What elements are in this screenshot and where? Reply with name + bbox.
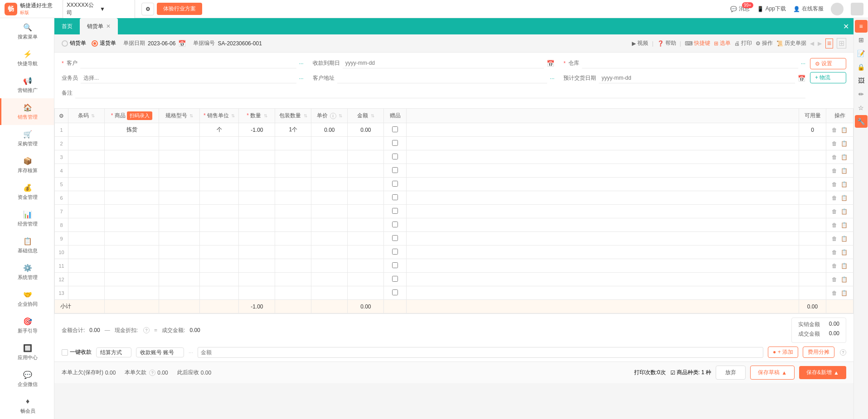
print-btn[interactable]: 🖨 打印 [734, 39, 752, 47]
user-menu[interactable] [851, 3, 863, 15]
logistics-btn[interactable]: + 物流 [810, 72, 846, 83]
gift-checkbox[interactable] [392, 181, 398, 187]
radio-return-bill[interactable]: 退货单 [92, 39, 116, 47]
row-gift-cell[interactable] [384, 205, 407, 218]
col-settings[interactable]: ⚙ [55, 109, 68, 123]
row-gift-cell[interactable] [384, 178, 407, 191]
row-unit-cell[interactable]: 个 [200, 123, 239, 137]
delete-icon[interactable]: 🗑 [832, 154, 837, 160]
right-tool-grid[interactable]: ⊞ [855, 34, 868, 46]
row-price-cell[interactable] [311, 286, 348, 300]
row-barcode-cell[interactable] [68, 286, 105, 300]
row-barcode-cell[interactable] [68, 178, 105, 191]
amount-sort-icon[interactable]: ⇅ [371, 113, 374, 118]
save-draft-btn[interactable]: 保存草稿 ▲ [750, 366, 795, 380]
row-barcode-cell[interactable] [68, 205, 105, 218]
view-toggle-grid[interactable]: ⊞ [837, 38, 846, 48]
row-unit-cell[interactable] [200, 205, 239, 218]
row-qty-cell[interactable] [239, 150, 275, 164]
gift-checkbox[interactable] [392, 249, 398, 255]
row-barcode-cell[interactable] [68, 259, 105, 273]
payment-amount-input[interactable] [198, 347, 763, 358]
delete-icon[interactable]: 🗑 [832, 276, 837, 283]
online-support-btn[interactable]: 👤 在线客服 [793, 5, 824, 13]
delete-icon[interactable]: 🗑 [832, 290, 837, 296]
row-amount-cell[interactable] [348, 232, 384, 246]
row-qty-cell[interactable] [239, 246, 275, 259]
row-spec-cell[interactable] [159, 246, 200, 259]
delete-icon[interactable]: 🗑 [832, 195, 837, 201]
row-barcode-cell[interactable] [68, 273, 105, 286]
fee-split-btn[interactable]: 费用分摊 [803, 347, 834, 358]
right-tool-star[interactable]: ☆ [855, 101, 868, 114]
pack-sort-icon[interactable]: ⇅ [304, 113, 307, 118]
row-goods-cell[interactable] [105, 164, 159, 178]
copy-icon[interactable]: 📋 [841, 168, 848, 174]
warehouse-input[interactable]: 建材仓 [582, 58, 798, 68]
row-pack-cell[interactable] [275, 150, 311, 164]
row-gift-cell[interactable] [384, 259, 407, 273]
row-pack-cell[interactable] [275, 137, 311, 150]
delivery-date-input[interactable] [599, 73, 795, 83]
row-price-cell[interactable] [311, 150, 348, 164]
copy-icon[interactable]: 📋 [841, 222, 848, 228]
gift-checkbox[interactable] [392, 289, 398, 295]
copy-icon[interactable]: 📋 [841, 127, 848, 133]
row-qty-cell[interactable] [239, 259, 275, 273]
row-price-cell[interactable]: 0.00 [311, 123, 348, 137]
row-spec-cell[interactable] [159, 137, 200, 150]
delete-icon[interactable]: 🗑 [832, 263, 837, 269]
row-spec-cell[interactable] [159, 259, 200, 273]
setting-btn[interactable]: ⚙ 设置 [810, 58, 846, 69]
shortcut-btn[interactable]: ⌨ 快捷键 [685, 39, 710, 47]
scan-btn[interactable]: 扫码录入 [127, 111, 152, 120]
gift-checkbox[interactable] [392, 235, 398, 241]
row-barcode-cell[interactable] [68, 137, 105, 150]
row-price-cell[interactable] [311, 191, 348, 205]
tab-close-icon[interactable]: ✕ [106, 23, 111, 29]
customer-more-icon[interactable]: ··· [299, 60, 304, 67]
copy-icon[interactable]: 📋 [841, 208, 848, 215]
row-goods-cell[interactable] [105, 191, 159, 205]
row-goods-cell[interactable] [105, 273, 159, 286]
row-qty-cell[interactable] [239, 232, 275, 246]
row-amount-cell[interactable] [348, 205, 384, 218]
row-unit-cell[interactable] [200, 191, 239, 205]
row-goods-cell[interactable] [105, 150, 159, 164]
sidebar-item-inventory[interactable]: 📦 库存核算 [0, 152, 54, 178]
row-qty-cell[interactable] [239, 191, 275, 205]
receive-date-input[interactable] [343, 58, 544, 68]
account-select[interactable]: 收款账号 账号 [136, 347, 184, 357]
sidebar-item-system[interactable]: ⚙️ 系统管理 [0, 259, 54, 285]
sidebar-item-search[interactable]: 🔍 搜索菜单 [0, 18, 54, 45]
row-qty-cell[interactable] [239, 137, 275, 150]
row-unit-cell[interactable] [200, 232, 239, 246]
row-spec-cell[interactable] [159, 191, 200, 205]
delete-icon[interactable]: 🗑 [832, 168, 837, 174]
gift-checkbox[interactable] [392, 167, 398, 173]
sidebar-item-app-center[interactable]: 🔲 应用中心 [0, 339, 54, 366]
delivery-date-cal-icon[interactable]: 📅 [798, 75, 805, 82]
sidebar-item-quick-nav[interactable]: ⚡ 快捷导航 [0, 45, 54, 72]
row-goods-cell[interactable] [105, 246, 159, 259]
row-goods-cell[interactable] [105, 259, 159, 273]
copy-icon[interactable]: 📋 [841, 263, 848, 269]
row-amount-cell[interactable] [348, 246, 384, 259]
copy-icon[interactable]: 📋 [841, 154, 848, 160]
customer-input[interactable] [80, 58, 296, 68]
row-unit-cell[interactable] [200, 137, 239, 150]
radio-sales-bill[interactable]: 销货单 [62, 39, 86, 47]
gift-checkbox[interactable] [392, 140, 398, 146]
salesperson-more-icon[interactable]: ··· [299, 75, 304, 82]
company-selector[interactable]: XXXXXX公司 ▼ [63, 0, 135, 19]
video-btn[interactable]: ▶ 视频 [632, 39, 648, 47]
sidebar-item-vip[interactable]: ♦ 畅会员 [0, 392, 54, 419]
gift-checkbox[interactable] [392, 154, 398, 159]
sidebar-item-enterprise[interactable]: 🤝 企业协同 [0, 285, 54, 312]
gift-checkbox[interactable] [392, 126, 398, 132]
row-barcode-cell[interactable] [68, 191, 105, 205]
history-btn[interactable]: 📜 历史单据 [776, 39, 806, 47]
delete-icon[interactable]: 🗑 [832, 140, 837, 147]
row-price-cell[interactable] [311, 246, 348, 259]
row-qty-cell[interactable] [239, 205, 275, 218]
